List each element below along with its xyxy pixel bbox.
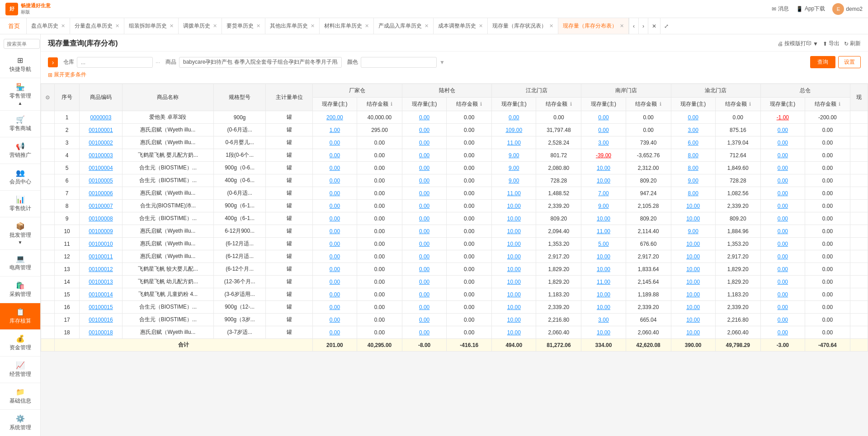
sidebar-item-jichu[interactable]: 📁 基础信息	[0, 383, 40, 410]
sidebar-item-jingying[interactable]: 📈 经营管理	[0, 356, 40, 383]
row-c4-qty: 10.00	[581, 212, 626, 225]
tab-zuzhuang[interactable]: 组装拆卸单历史 ✕	[124, 18, 179, 34]
tab-close-4[interactable]: ✕	[256, 23, 260, 29]
sidebar-item-dianshang[interactable]: 💻 电商管理	[0, 250, 40, 277]
row-index: 1	[55, 111, 80, 124]
tab-close-8[interactable]: ✕	[479, 23, 483, 29]
tab-expand-btn[interactable]: ⤢	[660, 18, 672, 34]
tab-chancheng-ruku[interactable]: 产成品入库单历史 ✕	[374, 18, 434, 34]
tab-qita-chuku[interactable]: 其他出库单历史 ✕	[265, 18, 320, 34]
sidebar-item-caigou[interactable]: 🛍️ 采购管理	[0, 277, 40, 303]
sidebar-item-shangcheng[interactable]: 🛒 零售商城	[0, 111, 40, 137]
tab-diaobo[interactable]: 调拨单历史 ✕	[179, 18, 222, 34]
row-c1-qty: 0.00	[312, 187, 357, 200]
row-c2-amt: 0.00	[447, 314, 492, 326]
row-c2-qty: 0.00	[402, 187, 447, 200]
summary-t-qty: -3.00	[760, 339, 805, 352]
sidebar-item-kucun[interactable]: 📋 库存核算	[0, 303, 40, 330]
export-btn[interactable]: ⬆ 导出	[823, 40, 840, 47]
message-icon: ✉	[772, 6, 776, 12]
tongji-icon: 📊	[16, 195, 25, 204]
sidebar-item-kuaijie[interactable]: ⊞ 快捷导航	[0, 52, 40, 78]
tab-close-0[interactable]: ✕	[61, 23, 65, 29]
sidebar-item-lingshou[interactable]: 🏪 零售管理 ▲	[0, 78, 40, 111]
row-spec: 900g（12-...	[214, 301, 266, 314]
expand-conditions-btn[interactable]: ⊞ 展开更多条件	[48, 71, 86, 79]
search-input[interactable]	[4, 39, 40, 49]
row-name: 飞鹤星飞帆 婴儿配方奶...	[122, 149, 213, 162]
row-extra	[850, 149, 868, 162]
setting-button[interactable]: 设置	[838, 56, 861, 68]
user-area[interactable]: E demo2	[832, 3, 863, 15]
table-row: 10 00100009 惠氏启赋（Wyeth illu... 6-12月900.…	[41, 225, 868, 238]
color-dropdown-icon[interactable]: ▼	[439, 59, 445, 66]
tab-yaohuo[interactable]: 要货单历史 ✕	[222, 18, 265, 34]
tab-fenliang[interactable]: 分量盘点单历史 ✕	[70, 18, 124, 34]
tab-close-9[interactable]: ✕	[549, 23, 553, 29]
c4-amt-info[interactable]: ℹ	[660, 101, 661, 107]
refresh-btn[interactable]: ↻ 刷新	[844, 40, 861, 47]
row-c3-amt: 2,339.20	[536, 200, 581, 212]
gear-icon[interactable]: ⚙	[45, 94, 50, 101]
row-c3-amt: 31,797.48	[536, 124, 581, 136]
tab-close-2[interactable]: ✕	[170, 23, 174, 29]
warehouse-input[interactable]	[77, 57, 153, 68]
table-row: 12 00100011 惠氏启赋（Wyeth illu... (6-12月适..…	[41, 250, 868, 263]
sidebar-item-huiyuan[interactable]: 👥 会员中心	[0, 164, 40, 191]
tab-close-5[interactable]: ✕	[311, 23, 315, 29]
goods-input[interactable]	[179, 57, 342, 68]
row-c1-amt: 0.00	[357, 288, 402, 301]
sidebar-item-xitong[interactable]: ⚙️ 系统管理	[0, 410, 40, 436]
row-extra	[850, 301, 868, 314]
tab-xiancunliang-fenbu[interactable]: 现存量（库存分布表） ✕	[558, 18, 629, 34]
sidebar-item-tongji[interactable]: 📊 零售统计	[0, 191, 40, 217]
c3-amt-info[interactable]: ℹ	[570, 101, 572, 107]
row-c4-qty: 10.00	[581, 288, 626, 301]
row-c3-qty: 10.00	[492, 276, 536, 288]
app-download-btn[interactable]: 📱 App下载	[796, 5, 825, 13]
message-btn[interactable]: ✉ 消息	[772, 5, 789, 13]
tab-close-all-btn[interactable]: ✕	[648, 18, 660, 34]
row-c5-qty: 9.00	[671, 174, 715, 187]
th-unit: 主计量单位	[266, 84, 313, 111]
row-t-amt: 0.00	[805, 212, 850, 225]
row-c1-qty: 0.00	[312, 263, 357, 276]
sidebar-item-zijin[interactable]: 💰 资金管理	[0, 330, 40, 356]
table-row: 2 00100001 惠氏启赋（Wyeth illu... (0-6月适... …	[41, 124, 868, 136]
tab-close-7[interactable]: ✕	[425, 23, 429, 29]
tab-prev-btn[interactable]: ‹	[629, 18, 638, 34]
c1-amt-info[interactable]: ℹ	[391, 101, 392, 107]
row-c5-amt: 1,082.56	[715, 187, 760, 200]
tab-home[interactable]: 首页	[2, 18, 27, 34]
sidebar-item-pifa[interactable]: 📦 批发管理 ▼	[0, 217, 40, 250]
tab-close-3[interactable]: ✕	[213, 23, 217, 29]
tab-close-10[interactable]: ✕	[620, 23, 624, 29]
lingshou-arrow: ▲	[18, 101, 23, 106]
tab-close-1[interactable]: ✕	[115, 23, 119, 29]
row-t-amt: 0.00	[805, 174, 850, 187]
tab-close-6[interactable]: ✕	[365, 23, 369, 29]
query-button[interactable]: 查询	[810, 56, 835, 68]
th-c4-amt: 结存金额 ℹ	[626, 98, 671, 111]
sidebar-item-yingxiao[interactable]: 📢 营销推广	[0, 137, 40, 164]
row-c3-qty: 10.00	[492, 314, 536, 326]
t-amt-info[interactable]: ℹ	[839, 101, 840, 107]
row-index: 10	[55, 225, 80, 238]
row-c3-qty: 10.00	[492, 200, 536, 212]
row-name: 惠氏启赋（Wyeth illu...	[122, 250, 213, 263]
lingshou-icon: 🏪	[16, 83, 25, 91]
tab-xiancunliang-kuang[interactable]: 现存量（库存状况表） ✕	[488, 18, 558, 34]
c2-amt-info[interactable]: ℹ	[480, 101, 482, 107]
tab-next-btn[interactable]: ›	[638, 18, 648, 34]
row-index: 16	[55, 301, 80, 314]
print-btn[interactable]: 🖨 按模版打印 ▼	[778, 40, 818, 47]
tab-cailiao-chuku[interactable]: 材料出库单历史 ✕	[320, 18, 374, 34]
summary-c1-amt: 40,295.00	[357, 339, 402, 352]
c5-amt-info[interactable]: ℹ	[749, 101, 751, 107]
tab-chengben[interactable]: 成本调整单历史 ✕	[434, 18, 488, 34]
tab-pandian[interactable]: 盘点单历史 ✕	[27, 18, 70, 34]
warehouse-label: 仓库	[63, 58, 74, 66]
row-extra	[850, 238, 868, 250]
filter-collapse-btn[interactable]: ›	[48, 57, 58, 67]
color-input[interactable]	[361, 57, 437, 68]
